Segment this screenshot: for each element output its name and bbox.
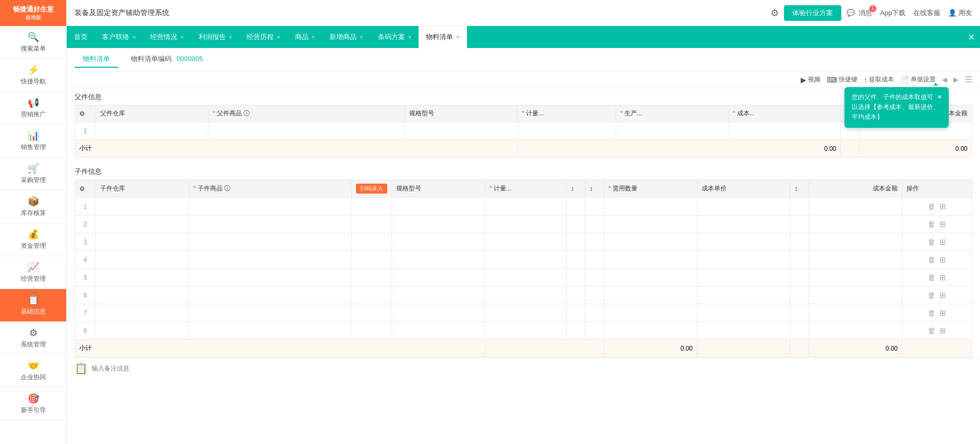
parent-row-1-unit[interactable] — [518, 122, 616, 140]
sidebar-item-marketing[interactable]: 📢 营销推广 — [0, 92, 66, 125]
child-row-4-warehouse[interactable] — [96, 251, 189, 269]
child-row-3-warehouse[interactable] — [96, 233, 189, 251]
app-download-link[interactable]: App下载 — [880, 8, 905, 18]
child-row-8-spec[interactable] — [392, 322, 485, 340]
single-setting-btn[interactable]: 📄 单据设置 — [900, 75, 936, 84]
child-row-6-needed[interactable] — [604, 286, 697, 304]
child-row-8-warehouse[interactable] — [96, 322, 189, 340]
delete-row-7-icon[interactable]: 🗑 — [928, 308, 936, 317]
copy-row-2-icon[interactable]: ⊞ — [939, 220, 946, 229]
trial-button[interactable]: 体验行业方案 — [784, 5, 841, 21]
tab-add-goods[interactable]: 新增商品 × — [322, 26, 370, 48]
close-history-tab[interactable]: × — [277, 34, 280, 40]
sidebar-item-newbie[interactable]: 🎯 新手引导 — [0, 388, 66, 421]
tab-profit[interactable]: 利润报告 × — [191, 26, 239, 48]
child-row-7-product[interactable] — [189, 304, 352, 322]
tab-operations[interactable]: 经营情况 × — [143, 26, 191, 48]
nav-prev-icon[interactable]: ◀ — [942, 76, 947, 83]
tooltip-close-btn[interactable]: × — [938, 92, 941, 102]
sidebar-item-finance[interactable]: 💰 资金管理 — [0, 223, 66, 256]
child-row-7-unit[interactable] — [485, 304, 566, 322]
settings-icon[interactable]: ⚙ — [770, 7, 779, 19]
copy-row-5-icon[interactable]: ⊞ — [939, 273, 946, 282]
child-row-5-product[interactable] — [189, 269, 352, 286]
child-row-5-needed[interactable] — [604, 269, 697, 286]
parent-row-1-production[interactable] — [616, 122, 728, 140]
shortcut-btn[interactable]: ⌨ 快捷键 — [827, 75, 858, 84]
child-row-3-spec[interactable] — [392, 233, 485, 251]
user-avatar[interactable]: 👤 用友 — [948, 8, 972, 18]
sidebar-item-enterprise[interactable]: 🤝 企业协同 — [0, 355, 66, 388]
parent-row-1-warehouse[interactable] — [96, 122, 209, 140]
close-barcode-tab[interactable]: × — [408, 34, 411, 40]
view-btn[interactable]: ▶ 视频 — [801, 75, 820, 84]
close-bom-tab[interactable]: × — [456, 34, 459, 40]
delete-row-1-icon[interactable]: 🗑 — [928, 202, 936, 211]
child-row-1-product[interactable] — [189, 198, 352, 215]
sidebar-item-quick[interactable]: ⚡ 快捷导航 — [0, 59, 66, 92]
child-row-8-product[interactable] — [189, 322, 352, 340]
child-row-3-product[interactable] — [189, 233, 352, 251]
child-row-7-warehouse[interactable] — [96, 304, 189, 322]
child-row-3-unit[interactable] — [485, 233, 566, 251]
child-row-4-unit[interactable] — [485, 251, 566, 269]
copy-row-1-icon[interactable]: ⊞ — [939, 202, 946, 211]
child-row-4-product[interactable] — [189, 251, 352, 269]
message-icon-wrap[interactable]: 💬 6 消息 — [847, 8, 873, 18]
nav-next-icon[interactable]: ▶ — [953, 76, 959, 83]
child-row-4-needed[interactable] — [604, 251, 697, 269]
parent-row-1-spec[interactable] — [405, 122, 518, 140]
delete-row-8-icon[interactable]: 🗑 — [928, 326, 936, 335]
tab-home[interactable]: 首页 — [67, 26, 95, 48]
child-row-7-spec[interactable] — [392, 304, 485, 322]
sidebar-item-inventory[interactable]: 📦 库存核算 — [0, 190, 66, 223]
child-row-2-needed[interactable] — [604, 215, 697, 233]
child-row-7-needed[interactable] — [604, 304, 697, 322]
child-row-2-unit[interactable] — [485, 215, 566, 233]
sidebar-item-sales[interactable]: 📊 销售管理 — [0, 125, 66, 158]
child-row-6-warehouse[interactable] — [96, 286, 189, 304]
copy-row-6-icon[interactable]: ⊞ — [939, 291, 946, 299]
child-row-3-needed[interactable] — [604, 233, 697, 251]
child-row-6-product[interactable] — [189, 286, 352, 304]
child-row-2-spec[interactable] — [392, 215, 485, 233]
close-add-goods-tab[interactable]: × — [360, 34, 363, 40]
child-row-8-needed[interactable] — [604, 322, 697, 340]
child-row-6-spec[interactable] — [392, 286, 485, 304]
parent-row-1-cost[interactable] — [728, 122, 841, 140]
copy-row-8-icon[interactable]: ⊞ — [939, 326, 946, 335]
sidebar-item-operations[interactable]: 📈 经营管理 — [0, 256, 66, 289]
subtab-bom-list[interactable]: 物料清单 — [75, 51, 118, 68]
child-row-4-spec[interactable] — [392, 251, 485, 269]
delete-row-3-icon[interactable]: 🗑 — [928, 237, 936, 246]
child-row-1-unit[interactable] — [485, 198, 566, 215]
tab-history[interactable]: 经营历程 × — [239, 26, 287, 48]
close-all-tabs[interactable]: ✕ — [968, 32, 975, 42]
tab-customer[interactable]: 客户联络 × — [95, 26, 143, 48]
child-row-5-spec[interactable] — [392, 269, 485, 286]
subtab-bom-code[interactable]: 物料清单编码 0000005 — [123, 51, 211, 68]
delete-row-5-icon[interactable]: 🗑 — [928, 273, 936, 282]
child-row-2-warehouse[interactable] — [96, 215, 189, 233]
tab-barcode[interactable]: 条码方案 × — [371, 26, 419, 48]
copy-row-4-icon[interactable]: ⊞ — [939, 255, 946, 264]
child-row-1-warehouse[interactable] — [96, 198, 189, 215]
child-row-8-unit[interactable] — [485, 322, 566, 340]
extract-cost-btn[interactable]: ↑ 提取成本 — [864, 75, 894, 84]
child-row-5-unit[interactable] — [485, 269, 566, 286]
child-row-2-product[interactable] — [189, 215, 352, 233]
copy-row-7-icon[interactable]: ⊞ — [939, 308, 946, 317]
close-profit-tab[interactable]: × — [229, 34, 232, 40]
sidebar-item-purchase[interactable]: 🛒 采购管理 — [0, 158, 66, 190]
copy-row-3-icon[interactable]: ⊞ — [939, 237, 946, 246]
delete-row-4-icon[interactable]: 🗑 — [928, 255, 936, 264]
child-row-6-unit[interactable] — [485, 286, 566, 304]
online-service-link[interactable]: 在线客服 — [913, 8, 940, 18]
tab-bom[interactable]: 物料清单 × — [419, 26, 467, 48]
close-customer-tab[interactable]: × — [132, 34, 136, 40]
remark-input[interactable] — [92, 365, 972, 372]
delete-row-2-icon[interactable]: 🗑 — [928, 220, 936, 229]
child-row-1-needed[interactable] — [604, 198, 697, 215]
parent-row-1-product[interactable] — [208, 122, 405, 140]
sidebar-item-system[interactable]: ⚙ 系统管理 — [0, 322, 66, 355]
